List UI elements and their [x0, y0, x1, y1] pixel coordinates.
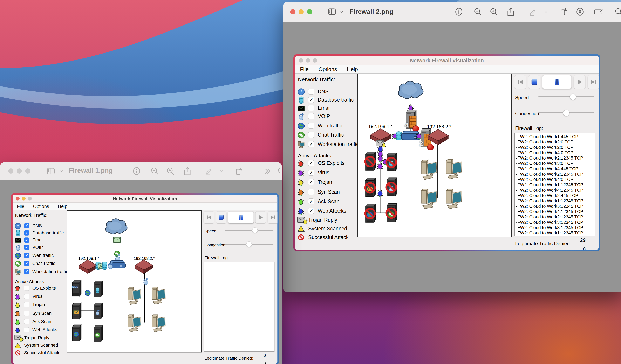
titlebar-firewall1[interactable]: Firewall 1.png	[0, 162, 282, 180]
menu-item-help[interactable]: Help	[342, 66, 363, 72]
log-entry: -FW2: Cloud to Work4:0 TCP	[516, 177, 595, 182]
stop-button[interactable]	[528, 75, 540, 89]
menu-item-help[interactable]: Help	[53, 203, 71, 209]
checkbox-voip[interactable]	[308, 113, 314, 119]
checkbox-os-exploits[interactable]	[24, 285, 29, 291]
slider-knob[interactable]	[246, 242, 252, 247]
traffic-lights[interactable]	[290, 9, 312, 15]
zoom-out-icon[interactable]	[473, 7, 483, 17]
zoom-in-icon[interactable]	[489, 7, 499, 17]
checkbox-web-attacks[interactable]	[24, 327, 29, 332]
congestion-slider[interactable]	[538, 110, 594, 116]
chat-icon	[297, 131, 305, 139]
speed-slider[interactable]	[538, 94, 594, 100]
checkbox-trojan[interactable]	[24, 302, 29, 307]
sidebar-icon[interactable]	[327, 7, 337, 17]
play-button[interactable]	[256, 212, 266, 223]
slider-knob[interactable]	[570, 94, 576, 100]
chevron-down-icon[interactable]	[542, 7, 550, 17]
minimize-button[interactable]	[299, 9, 304, 15]
pause-button[interactable]	[542, 75, 571, 89]
sidebar-icon[interactable]	[46, 166, 56, 176]
checkbox-syn-scan[interactable]	[308, 189, 314, 195]
app-titlebar[interactable]: Network Firewall Visualization	[13, 195, 277, 203]
checkbox-chat-traffic[interactable]: ✓	[24, 261, 29, 266]
speed-slider[interactable]	[224, 228, 274, 233]
pen-nib-icon[interactable]	[575, 7, 585, 17]
checkbox-virus[interactable]: ✓	[308, 170, 314, 176]
search-icon[interactable]	[277, 166, 282, 176]
checkbox-ack-scan[interactable]: ✓	[308, 199, 314, 204]
info-icon[interactable]	[132, 166, 141, 176]
log-entry: -FW2: Cloud to Work2:0 TCP	[516, 139, 595, 145]
menu-item-file[interactable]: File	[13, 203, 29, 209]
chevron-down-icon[interactable]	[338, 7, 345, 17]
zoom-button[interactable]	[25, 168, 30, 174]
checkbox-workstation-traffic[interactable]: ✓	[24, 269, 29, 274]
firewall-log-list[interactable]	[204, 262, 275, 352]
subnet-label: 192.168.2.*	[427, 124, 451, 130]
preview-canvas-firewall1: Network Firewall VisualizationFileOption…	[0, 180, 282, 364]
more-chevrons-icon[interactable]	[262, 166, 272, 176]
checkbox-database-traffic[interactable]: ✓	[24, 230, 29, 235]
share-icon[interactable]	[506, 7, 516, 17]
skip-back-button[interactable]	[204, 212, 214, 223]
checkbox-os-exploits[interactable]: ✓	[308, 160, 314, 166]
share-icon[interactable]	[183, 166, 192, 176]
play-button[interactable]	[574, 75, 586, 89]
titlebar-firewall2[interactable]: Firewall 2.png	[283, 2, 621, 22]
chevron-down-icon[interactable]	[58, 166, 65, 176]
checkbox-dns[interactable]: ✓	[24, 223, 29, 228]
app-titlebar[interactable]: Network Firewall Visualization	[295, 56, 599, 65]
zoom-in-icon[interactable]	[166, 166, 175, 176]
search-icon[interactable]	[614, 7, 621, 17]
checkbox-workstation-traffic[interactable]: ✓	[308, 141, 314, 147]
checkbox-trojan[interactable]: ✓	[308, 179, 314, 185]
zoom-out-icon[interactable]	[150, 166, 159, 176]
network-traffic-label: Network Traffic:	[298, 76, 335, 83]
slider-knob[interactable]	[252, 228, 258, 233]
menu-item-options[interactable]: Options	[29, 203, 53, 209]
chevron-down-icon[interactable]	[218, 166, 225, 176]
close-button[interactable]	[8, 168, 13, 174]
app-window-firewall1: Network Firewall VisualizationFileOption…	[13, 195, 277, 364]
bug-icon	[297, 160, 304, 167]
checkbox-email[interactable]	[308, 105, 314, 111]
checkbox-web-attacks[interactable]: ✓	[308, 208, 314, 214]
minimize-button[interactable]	[17, 168, 22, 174]
congestion-slider[interactable]	[224, 242, 274, 247]
skip-back-button[interactable]	[514, 75, 526, 89]
playback-buttons	[204, 212, 277, 223]
checkbox-voip[interactable]: ✓	[24, 245, 29, 250]
text-annotate-icon[interactable]	[594, 7, 603, 17]
checkbox-web-traffic[interactable]: ✓	[24, 253, 29, 258]
attack-row-web-attacks: ✓Web Attacks	[295, 207, 357, 215]
rotate-icon[interactable]	[234, 166, 243, 176]
menu-item-file[interactable]: File	[295, 66, 314, 72]
skip-forward-button[interactable]	[268, 212, 277, 223]
checkbox-web-traffic[interactable]	[308, 123, 314, 129]
skip-forward-button[interactable]	[588, 75, 599, 89]
info-icon[interactable]	[454, 7, 464, 17]
checkbox-database-traffic[interactable]: ✓	[308, 97, 314, 103]
stop-button[interactable]	[216, 212, 226, 223]
checkbox-ack-scan[interactable]	[24, 319, 29, 324]
traffic-lights[interactable]	[8, 168, 30, 174]
checkbox-email[interactable]: ✓	[24, 237, 29, 243]
checkbox-dns[interactable]	[308, 88, 314, 95]
pause-button[interactable]	[228, 212, 254, 223]
subnet-switch	[133, 258, 154, 274]
rotate-icon[interactable]	[558, 7, 568, 17]
menu-item-options[interactable]: Options	[314, 66, 342, 72]
workstation	[444, 158, 463, 180]
close-button[interactable]	[290, 9, 295, 15]
legitimate-traffic-value: 0	[263, 361, 266, 364]
checkbox-syn-scan[interactable]	[24, 311, 29, 316]
slider-knob[interactable]	[563, 110, 569, 116]
checkbox-chat-traffic[interactable]	[308, 132, 314, 138]
firewall-log-list[interactable]: -FW2: Cloud to Work1:445 TCP-FW2: Cloud …	[514, 133, 595, 236]
checkbox-virus[interactable]	[24, 294, 29, 299]
zoom-button[interactable]	[307, 9, 312, 15]
ban-icon	[385, 152, 398, 173]
traffic-attacks-panel: Network Traffic:✓DNS✓Database traffic✓Em…	[13, 210, 67, 364]
